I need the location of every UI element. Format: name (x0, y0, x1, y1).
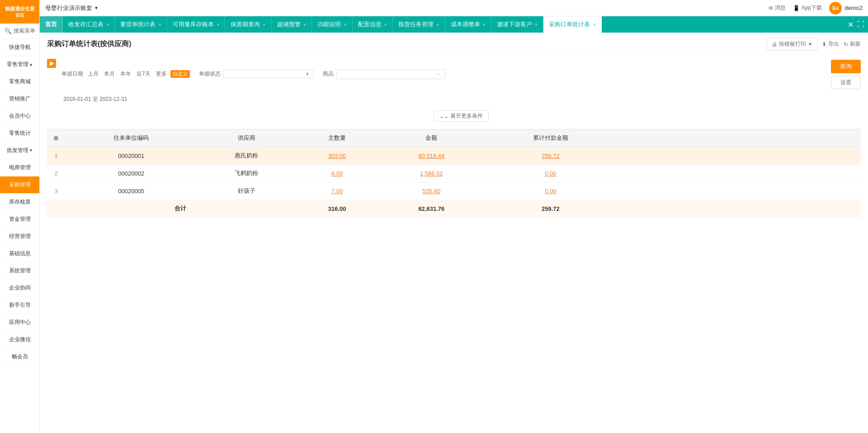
workspace-selector[interactable]: 母婴行业演示账套 ▼ (45, 4, 99, 12)
sidebar-item-label: 批发管理 (7, 147, 28, 154)
logo-label: 标版 (15, 12, 24, 18)
sidebar-item-basic[interactable]: 基础信息 (0, 245, 39, 262)
tab-yaohuo[interactable]: 要货单统计表 × (115, 16, 167, 33)
th-extra (617, 129, 861, 147)
printer-icon: 🖨 (772, 41, 777, 48)
export-icon: ⬇ (822, 41, 826, 48)
custom-date-badge[interactable]: 自定义 (170, 70, 190, 78)
row-amount[interactable]: 1,586.52 (378, 165, 485, 182)
sidebar-item-label: 企业协同 (9, 284, 31, 292)
row-amount[interactable]: 525.80 (378, 182, 485, 200)
message-button[interactable]: ✉ 消息 (769, 4, 786, 12)
header-actions: 🖨 按模板打印 ▼ ⬇ 导出 ↻ 刷新 (767, 38, 861, 50)
shortcut-last-month[interactable]: 上月 (86, 69, 100, 79)
sidebar-item-label: 畅会员 (12, 353, 28, 361)
data-table: ⚙ 往来单位编码 供应商 主数量 金额 累计付款金额 1 00020001 (47, 129, 861, 218)
tab-caigou[interactable]: 采购订单统计表 × (543, 16, 601, 33)
sidebar-item-label: 经营管理 (9, 233, 31, 240)
sidebar-item-search[interactable]: 🔍 搜索菜单 (0, 24, 39, 39)
export-button[interactable]: ⬇ 导出 (822, 40, 839, 48)
settings-icon[interactable]: ⚙ (53, 135, 59, 142)
tab-label: 收发存汇总表 (68, 20, 104, 29)
row-paid[interactable]: 0.00 (485, 165, 617, 182)
tab-close-icon[interactable]: × (384, 22, 387, 27)
sidebar-item-quick-nav[interactable]: 快捷导航 (0, 39, 39, 56)
user-menu[interactable]: Ea demo2 (829, 2, 863, 14)
close-tab-button[interactable]: ✕ (848, 20, 854, 29)
sidebar-item-retail-stat[interactable]: 零售统计 (0, 125, 39, 142)
sidebar-item-wechat[interactable]: 企业微信 (0, 331, 39, 348)
refresh-button[interactable]: ↻ 刷新 (844, 40, 861, 48)
sidebar-item-appcenter[interactable]: 应用中心 (0, 314, 39, 331)
tab-gongneng[interactable]: 功能说明 × (312, 16, 352, 33)
tab-label: 配置信息 (358, 20, 382, 29)
shortcut-more[interactable]: 更多 (154, 69, 169, 79)
app-download-button[interactable]: 📱 App下载 (793, 4, 822, 12)
tab-close-icon[interactable]: × (344, 22, 346, 27)
sidebar-item-enterprise[interactable]: 企业协同 (0, 280, 39, 297)
sidebar-item-member[interactable]: 会员中心 (0, 108, 39, 125)
sidebar-item-ecommerce[interactable]: 电商管理 (0, 159, 39, 176)
navtabs-end: ✕ ⛶ (844, 20, 868, 29)
maximize-button[interactable]: ⛶ (857, 20, 864, 29)
expand-button[interactable]: ⌄⌄ 展开更多条件 (434, 110, 489, 122)
sidebar-item-marketing[interactable]: 营销推广 (0, 90, 39, 108)
sidebar-item-retail-mall[interactable]: 零售商城 (0, 73, 39, 90)
date-filter: 单据日期 上月 本月 本年 近7天 更多 自定义 (61, 69, 190, 79)
shortcut-this-month[interactable]: 本月 (102, 69, 117, 79)
filter-section: ▶ 单据日期 上月 本月 本年 近7天 更多 自定义 (40, 54, 868, 129)
filter-more: ⌄⌄ 展开更多条件 (61, 108, 861, 124)
tab-close-icon[interactable]: × (106, 22, 109, 27)
sidebar-item-label: 快捷导航 (9, 43, 31, 51)
app-download-label: App下载 (802, 4, 822, 12)
tab-close-icon[interactable]: × (217, 22, 219, 27)
sidebar-item-batch[interactable]: 批发管理 (0, 142, 39, 159)
tab-close-icon[interactable]: × (535, 22, 538, 27)
topbar-left: 母婴行业演示账套 ▼ (45, 4, 99, 12)
sidebar-item-label: 资金管理 (9, 215, 31, 223)
settings-button[interactable]: 设置 (831, 76, 861, 89)
tab-close-icon[interactable]: × (436, 22, 439, 27)
sidebar-item-vip[interactable]: 畅会员 (0, 348, 39, 366)
tab-close-icon[interactable]: × (593, 22, 595, 27)
tab-yaoqing[interactable]: 邀请下游客户 × (491, 16, 543, 33)
sidebar-item-purchase[interactable]: 采购管理 (0, 176, 39, 194)
sidebar-item-inventory[interactable]: 库存核算 (0, 194, 39, 211)
shortcut-7days[interactable]: 近7天 (135, 69, 152, 79)
sidebar-item-label: 零售商城 (9, 78, 31, 86)
row-qty[interactable]: 6.00 (296, 165, 378, 182)
collapse-button[interactable]: ▶ (47, 59, 56, 68)
tab-shoufа[interactable]: 收发存汇总表 × (63, 16, 115, 33)
sidebar-item-newguide[interactable]: 新手引导 (0, 297, 39, 314)
goods-input[interactable]: ··· (336, 69, 445, 79)
row-qty[interactable]: 7.00 (296, 182, 378, 200)
row-amount[interactable]: 60,519.44 (378, 147, 485, 165)
sidebar-item-system[interactable]: 系统管理 (0, 262, 39, 280)
th-code: 往来单位编码 (65, 129, 197, 147)
tab-peizhi[interactable]: 配置信息 × (353, 16, 393, 33)
avatar-text: Ea (833, 5, 839, 11)
tab-baozhiqi[interactable]: 保质期查询 × (225, 16, 271, 33)
tab-close-icon[interactable]: × (303, 22, 306, 27)
status-select[interactable]: ▼ (223, 70, 314, 78)
sidebar-item-ops[interactable]: 经营管理 (0, 228, 39, 245)
main-area: 母婴行业演示账套 ▼ ✉ 消息 📱 App下载 Ea demo2 首页 (40, 0, 868, 433)
th-qty: 主数量 (296, 129, 378, 147)
tab-chengben[interactable]: 成本调整单 × (445, 16, 491, 33)
shortcut-this-year[interactable]: 本年 (118, 69, 133, 79)
tab-keyongliang[interactable]: 可用量库存账本 × (167, 16, 225, 33)
row-paid[interactable]: 259.72 (485, 147, 617, 165)
tab-peihuorenwu[interactable]: 拣货任务管理 × (393, 16, 445, 33)
sidebar-item-capital[interactable]: 资金管理 (0, 211, 39, 228)
tab-chaochuyujing[interactable]: 超储预警 × (272, 16, 312, 33)
print-button[interactable]: 🖨 按模板打印 ▼ (767, 38, 817, 50)
tab-home[interactable]: 首页 (40, 16, 63, 33)
tab-close-icon[interactable]: × (158, 22, 161, 27)
tab-close-icon[interactable]: × (263, 22, 265, 27)
sidebar-item-retail[interactable]: 零售管理 (0, 56, 39, 73)
th-paid: 累计付款金额 (485, 129, 617, 147)
query-button[interactable]: 查询 (831, 60, 861, 73)
row-qty[interactable]: 303.00 (296, 147, 378, 165)
tab-close-icon[interactable]: × (483, 22, 486, 27)
row-paid[interactable]: 0.00 (485, 182, 617, 200)
